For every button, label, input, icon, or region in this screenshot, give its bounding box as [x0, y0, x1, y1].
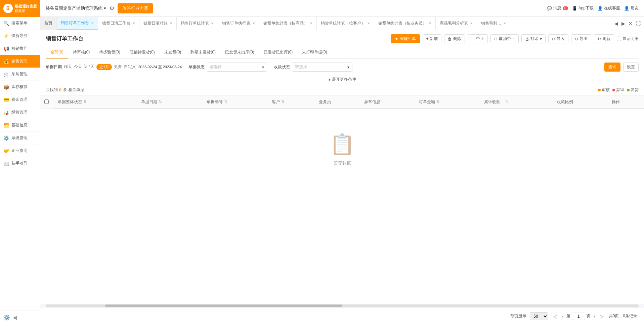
date-shortcut-2[interactable]: 近7天 — [84, 64, 94, 70]
scrollbar-thumb[interactable] — [105, 305, 342, 307]
sub-tab-6[interactable]: 已发货未出库(0) — [220, 47, 259, 58]
delete-btn[interactable]: 🗑 删除 — [444, 34, 465, 43]
gear-icon[interactable]: ⚙ — [110, 5, 114, 11]
user-action[interactable]: 👤 用友 — [624, 5, 639, 11]
tab-close-4[interactable]: ✕ — [211, 22, 214, 25]
ship-action-btn[interactable]: 发货 — [627, 87, 639, 93]
page-number-input[interactable] — [572, 313, 585, 320]
tab-1[interactable]: 销售订单工作台✕ — [57, 17, 98, 30]
tab-7[interactable]: 销货单统计表（按客户）✕ — [317, 17, 374, 30]
stop-btn[interactable]: ⊙ 中止 — [468, 34, 488, 43]
select-all-checkbox[interactable] — [44, 99, 49, 104]
first-page-btn[interactable]: ◁ — [552, 313, 559, 320]
sub-tab-5[interactable]: 到期未发货(0) — [186, 47, 220, 58]
industry-btn[interactable]: 体验行业方案 — [118, 3, 153, 13]
th-col-2[interactable]: 单据编号⇅ — [203, 96, 268, 109]
th-col-6[interactable]: 订单金额⇅ — [415, 96, 480, 109]
date-shortcut-0[interactable]: 昨天 — [64, 64, 72, 70]
tab-close-3[interactable]: ✕ — [170, 22, 172, 25]
status-select[interactable]: 请选择 ▾ — [207, 63, 267, 72]
sub-tab-3[interactable]: 旺铺待发货(0) — [125, 47, 160, 58]
app-download-action[interactable]: 📱 App下载 — [572, 5, 594, 11]
th-col-0[interactable]: 单据整体状态⇅ — [54, 96, 137, 109]
sub-tab-7[interactable]: 已发货已出库(0) — [259, 47, 298, 58]
sub-tab-0[interactable]: 全部(0) — [46, 47, 68, 58]
tab-close-5[interactable]: ✕ — [252, 22, 255, 25]
filter-settings-btn[interactable]: 设置 — [623, 63, 639, 72]
review-action-btn[interactable]: 审核 — [598, 87, 610, 93]
date-shortcut-1[interactable]: 今天 — [74, 64, 82, 70]
date-shortcut-5[interactable]: 自定义 — [124, 64, 136, 70]
sidebar-item-10[interactable]: 🤝企业协同 — [0, 145, 40, 157]
refresh-btn[interactable]: ↻ 刷新 — [594, 34, 614, 43]
export-btn[interactable]: ⊙ 导出 — [571, 34, 591, 43]
next-page-btn[interactable]: › — [592, 313, 597, 320]
tab-close-1[interactable]: ✕ — [91, 21, 94, 25]
sidebar-item-0[interactable]: 🔍搜索菜单 — [0, 17, 40, 30]
page-nav: ◁ ‹ 第 页 › ▷ — [552, 313, 605, 320]
tab-close-7[interactable]: ✕ — [367, 22, 370, 25]
sidebar-item-2[interactable]: 📢营销推广 — [0, 42, 40, 55]
sidebar-item-9[interactable]: ⚙️系统管理 — [0, 132, 40, 145]
online-service-action[interactable]: 👤 在线客服 — [598, 5, 620, 11]
detail-checkbox[interactable] — [617, 37, 621, 41]
horizontal-scrollbar[interactable] — [46, 304, 639, 308]
query-btn[interactable]: 查询 — [604, 63, 620, 72]
sidebar-item-5[interactable]: 📦库存核算 — [0, 81, 40, 93]
tab-close-9[interactable]: ✕ — [470, 22, 473, 25]
expand-btn[interactable]: ▾ 展开更多条件 — [329, 77, 356, 82]
system-title[interactable]: 装备及固定资产辅助管理系统 ▾ — [46, 5, 106, 11]
import-btn[interactable]: ⊙ 导入 — [548, 34, 568, 43]
sidebar-item-11[interactable]: 📖新手引导 — [0, 157, 40, 170]
print-btn[interactable]: 🖨 打印 ▾ — [521, 34, 546, 43]
sidebar-item-4[interactable]: 🛒采购管理 — [0, 68, 40, 81]
tab-next-icon[interactable]: ▶ — [620, 20, 627, 27]
tab-5[interactable]: 销售订单执行表✕ — [218, 17, 259, 30]
tab-10[interactable]: 销售毛利…✕ — [477, 17, 510, 30]
smart-btn[interactable]: ★ 智能生单 — [391, 34, 420, 43]
payment-select[interactable]: 请选择 ▾ — [292, 63, 352, 72]
new-btn[interactable]: + 新增 — [423, 34, 441, 43]
sub-tab-8[interactable]: 未打印单据(0) — [297, 47, 332, 58]
tab-8[interactable]: 销货单统计表（按业务员）✕ — [374, 17, 436, 30]
print-dropdown-icon: ▾ — [540, 37, 542, 41]
th-col-3[interactable]: 客户⇅ — [268, 96, 315, 109]
tab-0[interactable]: 首页 — [40, 17, 57, 30]
tab-2[interactable]: 钱货日清工作台✕ — [98, 17, 139, 30]
sidebar-item-3[interactable]: 💰销售管理 — [0, 55, 40, 68]
sub-tab-1[interactable]: 待审核(0) — [68, 47, 95, 58]
tab-close-10[interactable]: ✕ — [503, 22, 506, 25]
prev-page-btn[interactable]: ‹ — [560, 313, 565, 320]
th-col-1[interactable]: 单据日期⇅ — [137, 96, 202, 109]
date-shortcut-3[interactable]: 近1月 — [96, 64, 112, 70]
tab-9[interactable]: 商品毛利分析表✕ — [436, 17, 477, 30]
sub-tab-2[interactable]: 待拣验货(0) — [94, 47, 125, 58]
tab-prev-icon[interactable]: ◀ — [613, 20, 619, 27]
sidebar-item-6[interactable]: 💳资金管理 — [0, 93, 40, 106]
filter-area: 单据日期 昨天今天近7天近1月更多自定义 2023-02-24 至 2023-0… — [40, 59, 644, 75]
tab-3[interactable]: 钱货日清对账✕ — [139, 17, 177, 30]
tab-6[interactable]: 销货单统计表（按商品）✕ — [259, 17, 317, 30]
tab-4[interactable]: 销售订单统计表✕ — [177, 17, 218, 30]
sidebar-item-7[interactable]: 📊经营管理 — [0, 106, 40, 119]
message-action[interactable]: 💬 消息 6 — [547, 5, 568, 11]
tab-close-all-icon[interactable]: ✕ — [627, 20, 634, 27]
tab-close-8[interactable]: ✕ — [429, 22, 431, 25]
sidebar-item-1[interactable]: ⚡快捷导航 — [0, 30, 40, 42]
tab-close-6[interactable]: ✕ — [310, 22, 312, 25]
tab-close-2[interactable]: ✕ — [132, 22, 135, 25]
last-page-btn[interactable]: ▷ — [598, 313, 605, 320]
sub-tab-4[interactable]: 未发货(0) — [160, 47, 186, 58]
collapse-icon[interactable]: ◀ — [13, 314, 17, 321]
dot-orange-icon — [598, 89, 601, 91]
tab-maximize-icon[interactable]: ⛶ — [635, 20, 642, 27]
detail-checkbox-label[interactable]: 显示明细 — [617, 36, 639, 42]
th-col-7[interactable]: 累计收款...⇅ — [480, 96, 553, 109]
cancel-stop-btn[interactable]: ⊙ 取消中止 — [490, 34, 519, 43]
settings-icon[interactable]: ⚙️ — [3, 314, 10, 321]
page-size-select[interactable]: 50 10 20 100 — [530, 312, 548, 320]
sidebar-item-8[interactable]: 🗂️基础信息 — [0, 119, 40, 132]
sub-tab-label-5: 到期未发货(0) — [190, 50, 216, 54]
cancel-review-action-btn[interactable]: 弃审 — [612, 87, 624, 93]
date-shortcut-4[interactable]: 更多 — [114, 64, 122, 70]
